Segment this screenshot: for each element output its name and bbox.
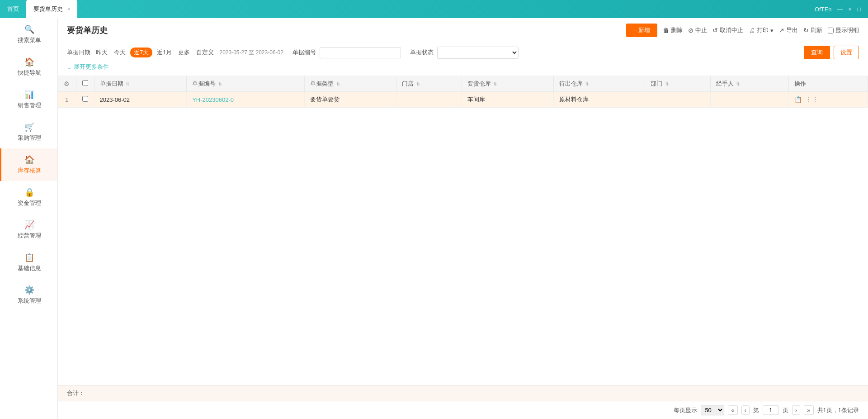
sort-req-warehouse-icon[interactable]: ⇅ xyxy=(493,81,497,86)
sidebar-item-search-menu[interactable]: 🔍 搜索菜单 xyxy=(0,18,57,51)
show-detail-input[interactable] xyxy=(828,28,834,33)
sidebar-item-system-mgmt-label: 系统管理 xyxy=(18,297,41,305)
sidebar-item-basic-info[interactable]: 📋 基础信息 xyxy=(0,246,57,279)
tab-home[interactable]: 首页 xyxy=(0,0,26,18)
top-bar-right: OfTEn — × □ xyxy=(807,6,868,13)
maximize-icon[interactable]: □ xyxy=(857,6,861,13)
table-col-pending-warehouse: 待出仓库 ⇅ xyxy=(553,76,645,92)
table-select-all[interactable] xyxy=(82,80,88,86)
docno-input[interactable] xyxy=(320,47,401,58)
often-label[interactable]: OfTEn xyxy=(815,6,832,13)
settings-button[interactable]: 设置 xyxy=(834,46,859,59)
docno-label: 单据编号 xyxy=(292,48,316,57)
date-option-7days[interactable]: 近7天 xyxy=(130,48,152,57)
tab-home-label: 首页 xyxy=(7,5,19,13)
page-number-input[interactable] xyxy=(763,405,779,415)
first-page-btn[interactable]: « xyxy=(728,405,737,415)
sort-docno-icon[interactable]: ⇅ xyxy=(218,81,222,86)
tab-requisition-history[interactable]: 要货单历史 × xyxy=(26,0,77,18)
tab-bar: 首页 要货单历史 × xyxy=(0,0,807,18)
sidebar-item-quick-nav[interactable]: 🏠 快捷导航 xyxy=(0,51,57,83)
refresh-button[interactable]: ↻ 刷新 xyxy=(803,26,822,34)
sidebar-item-inventory-label: 库存核算 xyxy=(18,167,41,175)
tab-close-icon[interactable]: × xyxy=(67,6,70,12)
table-col-docno: 单据编号 ⇅ xyxy=(187,76,305,92)
table-footer: 合计： xyxy=(58,385,868,401)
row-checkbox xyxy=(76,92,94,108)
sidebar-item-basic-info-label: 基础信息 xyxy=(18,264,41,272)
stop-label: 中止 xyxy=(695,26,707,34)
close-window-icon[interactable]: × xyxy=(849,6,852,13)
print-label: 打印 xyxy=(757,26,769,34)
row-docno: YH-20230602-0 xyxy=(187,92,305,108)
minimize-icon[interactable]: — xyxy=(837,6,843,13)
filter-row: 单据日期 昨天 今天 近7天 近1月 更多 自定义 2023-05-27 至 2… xyxy=(67,46,859,59)
sidebar-item-purchase-mgmt[interactable]: 🛒 采购管理 xyxy=(0,116,57,148)
refresh-label: 刷新 xyxy=(811,26,822,34)
sidebar-item-system-mgmt[interactable]: ⚙️ 系统管理 xyxy=(0,279,57,311)
date-option-custom[interactable]: 自定义 xyxy=(194,48,216,57)
show-detail-checkbox[interactable]: 显示明细 xyxy=(828,26,859,34)
col-dept-label: 部门 xyxy=(651,80,662,87)
search-menu-icon: 🔍 xyxy=(24,24,34,34)
print-dropdown-icon[interactable]: ▾ xyxy=(770,27,774,34)
print-button[interactable]: 🖨 打印 ▾ xyxy=(749,26,774,34)
sort-doctype-icon[interactable]: ⇅ xyxy=(336,81,340,86)
row-select[interactable] xyxy=(82,96,88,102)
sidebar-item-inventory[interactable]: 🏠 库存核算 xyxy=(0,148,57,181)
query-button[interactable]: 查询 xyxy=(804,46,830,59)
fund-mgmt-icon: 🔒 xyxy=(24,187,34,197)
filter-bar: 单据日期 昨天 今天 近7天 近1月 更多 自定义 2023-05-27 至 2… xyxy=(58,41,868,76)
top-bar: 首页 要货单历史 × OfTEn — × □ xyxy=(0,0,868,18)
status-label: 单据状态 xyxy=(410,48,434,57)
tab-requisition-label: 要货单历史 xyxy=(33,5,63,13)
sidebar-item-operation-mgmt[interactable]: 📈 经营管理 xyxy=(0,214,57,246)
table-col-doctype: 单据类型 ⇅ xyxy=(305,76,396,92)
row-edit-icon[interactable]: 📋 xyxy=(794,96,802,103)
date-range-value: 2023-05-27 至 2023-06-02 xyxy=(219,49,283,57)
main-table: ⚙ 单据日期 ⇅ 单据编号 ⇅ xyxy=(58,76,868,108)
date-filter: 单据日期 昨天 今天 近7天 近1月 更多 自定义 2023-05-27 至 2… xyxy=(67,48,283,57)
table-gear-icon[interactable]: ⚙ xyxy=(64,80,70,87)
print-icon: 🖨 xyxy=(749,27,755,34)
col-doctype-label: 单据类型 xyxy=(310,80,334,87)
col-date-label: 单据日期 xyxy=(100,80,123,87)
sort-handler-icon[interactable]: ⇅ xyxy=(736,81,740,86)
table-settings-col: ⚙ xyxy=(58,76,76,92)
export-label: 导出 xyxy=(786,26,798,34)
date-option-today[interactable]: 今天 xyxy=(112,48,127,57)
expand-more-btn[interactable]: ⌄ 展开更多条件 xyxy=(67,63,859,71)
delete-button[interactable]: 🗑 删除 xyxy=(663,26,683,34)
per-page-select[interactable]: 50 10 20 100 xyxy=(701,405,724,415)
cancel-stop-label: 取消中止 xyxy=(720,26,743,34)
sort-store-icon[interactable]: ⇅ xyxy=(416,81,420,86)
main-layout: 🔍 搜索菜单 🏠 快捷导航 📊 销售管理 🛒 采购管理 🏠 库存核算 🔒 资金管… xyxy=(0,18,868,419)
col-action-label: 操作 xyxy=(794,80,806,87)
sort-date-icon[interactable]: ⇅ xyxy=(126,81,129,86)
row-more-icon[interactable]: ⋮⋮ xyxy=(806,96,818,103)
refresh-icon: ↻ xyxy=(803,27,809,34)
export-icon: ↗ xyxy=(779,27,784,34)
date-option-yesterday[interactable]: 昨天 xyxy=(94,48,109,57)
sort-pending-warehouse-icon[interactable]: ⇅ xyxy=(585,81,589,86)
page-header: 要货单历史 + 新增 🗑 删除 ⊘ 中止 ↺ 取消中止 🖨 打印 xyxy=(58,18,868,41)
status-select[interactable] xyxy=(437,47,519,59)
export-button[interactable]: ↗ 导出 xyxy=(779,26,798,34)
new-button[interactable]: + 新增 xyxy=(626,24,657,37)
last-page-btn[interactable]: » xyxy=(804,405,813,415)
sidebar-item-fund-mgmt[interactable]: 🔒 资金管理 xyxy=(0,181,57,214)
row-docno-link[interactable]: YH-20230602-0 xyxy=(192,96,234,103)
sales-mgmt-icon: 📊 xyxy=(24,90,34,100)
next-page-btn[interactable]: › xyxy=(792,405,800,415)
prev-page-btn[interactable]: ‹ xyxy=(741,405,750,415)
date-options: 昨天 今天 近7天 近1月 更多 自定义 xyxy=(94,48,216,57)
date-option-1month[interactable]: 近1月 xyxy=(155,48,174,57)
sort-dept-icon[interactable]: ⇅ xyxy=(665,81,669,86)
sidebar-item-operation-mgmt-label: 经营管理 xyxy=(18,232,41,240)
table-col-req-warehouse: 要货仓库 ⇅ xyxy=(462,76,553,92)
sidebar-item-sales-mgmt[interactable]: 📊 销售管理 xyxy=(0,83,57,116)
cancel-stop-button[interactable]: ↺ 取消中止 xyxy=(712,26,743,34)
stop-button[interactable]: ⊘ 中止 xyxy=(688,26,707,34)
col-req-warehouse-label: 要货仓库 xyxy=(467,80,491,87)
date-option-more[interactable]: 更多 xyxy=(176,48,192,57)
